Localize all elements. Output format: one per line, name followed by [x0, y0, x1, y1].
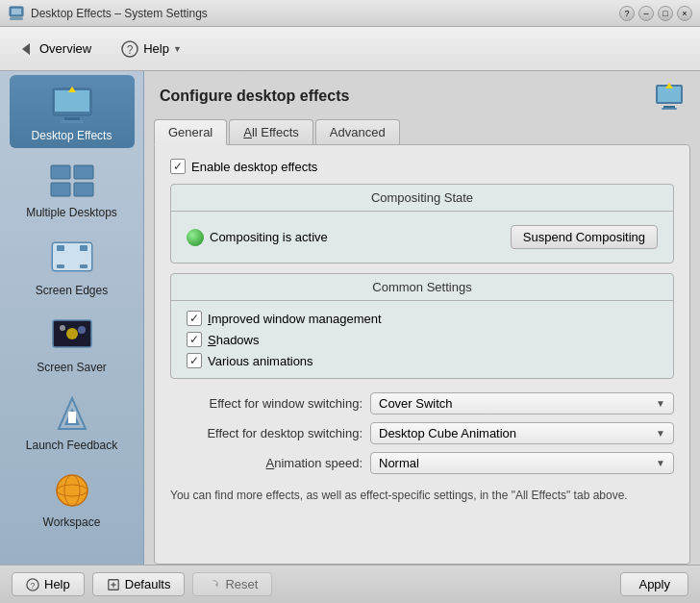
help-bottom-icon: ? — [26, 578, 39, 591]
main-layout: Desktop Effects Multiple Desktops — [0, 71, 700, 565]
help-titlebar-btn[interactable]: ? — [619, 6, 635, 21]
desktop-switching-row: Effect for desktop switching: Desktop Cu… — [170, 422, 674, 444]
sidebar: Desktop Effects Multiple Desktops — [0, 71, 144, 565]
svg-rect-35 — [662, 108, 677, 110]
svg-rect-10 — [61, 120, 84, 123]
svg-point-24 — [78, 326, 86, 334]
tab-advanced-label: Advanced — [330, 125, 386, 139]
tab-all-effects[interactable]: All Effects — [229, 119, 313, 144]
reset-button[interactable]: Reset — [192, 572, 272, 596]
sidebar-label-desktop-effects: Desktop Effects — [32, 129, 112, 142]
animations-row: Various animations — [187, 353, 658, 368]
titlebar: Desktop Effects – System Settings ? – □ … — [0, 0, 700, 27]
shadows-checkbox[interactable] — [187, 332, 202, 347]
help-bottom-label: Help — [44, 577, 70, 591]
tab-bar: General All Effects Advanced — [144, 119, 700, 144]
apply-button[interactable]: Apply — [620, 572, 688, 596]
defaults-button[interactable]: Defaults — [92, 572, 186, 596]
svg-rect-32 — [658, 87, 681, 102]
compositing-status: Compositing is active — [187, 229, 328, 246]
svg-rect-13 — [51, 183, 70, 196]
sidebar-item-multiple-desktops[interactable]: Multiple Desktops — [10, 152, 135, 225]
sidebar-item-desktop-effects[interactable]: Desktop Effects — [10, 75, 135, 148]
help-dropdown-icon: ▼ — [173, 44, 182, 54]
help-icon: ? — [120, 39, 139, 59]
titlebar-controls[interactable]: ? – □ × — [619, 6, 692, 21]
help-bottom-button[interactable]: ? Help — [12, 572, 85, 596]
compositing-section: Compositing State Compositing is active … — [170, 184, 674, 264]
svg-text:?: ? — [127, 43, 134, 57]
window-title: Desktop Effects – System Settings — [31, 7, 208, 20]
improved-window-checkbox[interactable] — [187, 311, 202, 326]
svg-point-22 — [66, 328, 78, 339]
suspend-btn-label: Suspend Compositing — [523, 230, 645, 244]
svg-marker-41 — [215, 582, 218, 587]
tab-panel-general: Enable desktop effects Compositing State… — [154, 144, 690, 565]
overview-button[interactable]: Overview — [8, 35, 100, 63]
animations-label: Various animations — [208, 354, 313, 368]
enable-effects-row: Enable desktop effects — [170, 159, 674, 174]
bottom-bar: ? Help Defaults Reset Apply — [0, 565, 700, 603]
svg-text:?: ? — [31, 580, 36, 590]
help-label: Help — [143, 41, 169, 56]
toolbar: Overview ? Help ▼ — [0, 27, 700, 71]
maximize-btn[interactable]: □ — [658, 6, 673, 21]
info-text: You can find more effects, as well as ef… — [170, 484, 674, 508]
desktop-switching-select[interactable]: Desktop Cube Animation ▼ — [370, 422, 674, 444]
sidebar-label-launch-feedback: Launch Feedback — [26, 439, 117, 452]
desktop-switching-arrow: ▼ — [656, 428, 665, 439]
animations-checkbox[interactable] — [187, 353, 202, 368]
help-button[interactable]: ? Help ▼ — [112, 35, 190, 63]
screen-edges-icon — [49, 236, 95, 282]
animation-speed-select[interactable]: Normal ▼ — [370, 452, 674, 474]
screen-saver-icon — [49, 313, 95, 359]
improved-window-label: Improved window management — [208, 312, 382, 326]
desktop-effects-icon — [49, 81, 95, 127]
suspend-compositing-button[interactable]: Suspend Compositing — [511, 225, 658, 249]
animation-speed-label: Animation speed: — [170, 456, 362, 470]
svg-rect-27 — [68, 412, 76, 423]
svg-rect-11 — [51, 165, 70, 179]
page-title: Configure desktop effects — [160, 88, 349, 105]
bottom-left-buttons: ? Help Defaults Reset — [12, 572, 272, 596]
reset-icon — [207, 578, 220, 591]
desktop-switching-label: Effect for desktop switching: — [170, 426, 362, 440]
animation-speed-value: Normal — [379, 456, 419, 470]
sidebar-item-workspace[interactable]: Workspace — [10, 462, 135, 535]
svg-rect-14 — [74, 183, 93, 196]
window-switching-label: Effect for window switching: — [170, 396, 362, 411]
launch-feedback-icon — [49, 390, 95, 437]
effect-rows: Effect for window switching: Cover Switc… — [170, 392, 674, 474]
svg-rect-12 — [74, 165, 93, 179]
tab-general[interactable]: General — [154, 119, 227, 145]
sidebar-item-screen-edges[interactable]: Screen Edges — [10, 230, 135, 303]
back-icon — [16, 39, 36, 59]
svg-rect-2 — [10, 17, 23, 20]
sidebar-label-workspace: Workspace — [43, 515, 101, 529]
overview-label: Overview — [39, 41, 91, 56]
compositing-row: Compositing is active Suspend Compositin… — [187, 221, 658, 253]
close-btn[interactable]: × — [677, 6, 692, 21]
header-icon — [654, 81, 685, 112]
tab-general-label: General — [168, 125, 212, 139]
window-switching-select[interactable]: Cover Switch ▼ — [370, 392, 674, 415]
compositing-status-text: Compositing is active — [210, 230, 328, 244]
sidebar-item-screen-saver[interactable]: Screen Saver — [10, 307, 135, 380]
svg-rect-17 — [57, 245, 64, 251]
sidebar-item-launch-feedback[interactable]: Launch Feedback — [10, 385, 135, 458]
content-area: Configure desktop effects General All Ef… — [144, 71, 700, 565]
svg-rect-7 — [55, 90, 89, 112]
app-icon — [8, 5, 25, 22]
defaults-icon — [107, 578, 120, 591]
enable-effects-checkbox[interactable] — [170, 159, 186, 174]
svg-point-23 — [60, 325, 65, 331]
status-active-dot — [187, 229, 204, 246]
tab-all-effects-label: All Effects — [243, 125, 299, 139]
minimize-btn[interactable]: – — [638, 6, 654, 21]
tab-advanced[interactable]: Advanced — [315, 119, 400, 144]
svg-point-28 — [57, 475, 88, 506]
desktop-switching-value: Desktop Cube Animation — [379, 426, 516, 440]
sidebar-label-multiple-desktops: Multiple Desktops — [26, 206, 117, 219]
svg-rect-34 — [663, 106, 675, 108]
window-switching-row: Effect for window switching: Cover Switc… — [170, 392, 674, 415]
